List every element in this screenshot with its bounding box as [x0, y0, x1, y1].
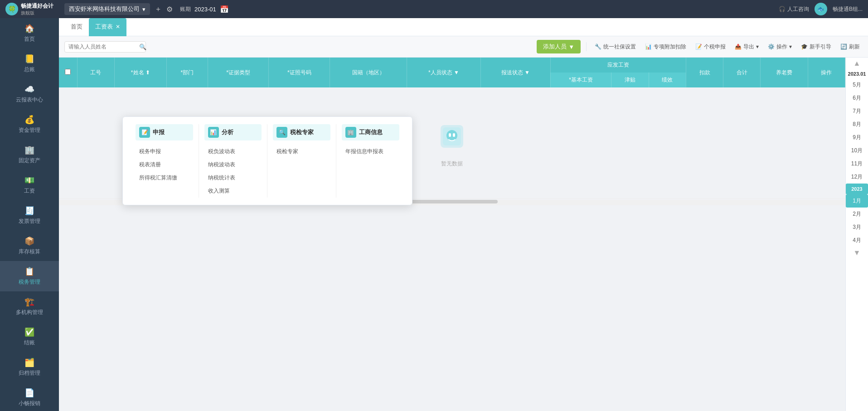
dropdown-col-header-declaration: 📝 申报 — [136, 124, 193, 140]
archive-icon: 🗂️ — [24, 358, 34, 367]
sidebar: 🏠 首页 📒 总账 ☁️ 云报表中心 💰 资金管理 🏢 固定资产 💵 工资 — [0, 18, 59, 411]
sidebar-item-salary[interactable]: 💵 工资 — [0, 170, 59, 200]
sidebar-item-home[interactable]: 🏠 首页 — [0, 18, 59, 48]
tab-salary-table[interactable]: 工资表 ✕ — [89, 18, 126, 36]
cal-month-4[interactable]: 4月 — [846, 234, 868, 247]
cal-month-3[interactable]: 3月 — [846, 221, 868, 234]
settings-icon-btn[interactable]: ⚙ — [166, 5, 173, 14]
dropdown-item-tax-burden[interactable]: 税负波动表 — [204, 145, 262, 158]
cloud-icon: ☁️ — [24, 84, 34, 94]
guide-btn[interactable]: 🎓 新手引导 — [798, 41, 834, 53]
social-security-btn[interactable]: 🔧 统一社保设置 — [592, 41, 639, 53]
personal-tax-btn[interactable]: 📝 个税申报 — [693, 41, 728, 53]
th-payroll-group: 应发工资 — [550, 58, 686, 73]
add-person-button[interactable]: 添加人员 ▼ — [537, 40, 581, 53]
sidebar-item-inventory[interactable]: 📦 库存核算 — [0, 231, 59, 261]
cal-month-5[interactable]: 5月 — [846, 78, 868, 92]
declaration-col-icon: 📝 — [139, 127, 150, 138]
cal-arrow-down[interactable]: ▼ — [852, 247, 863, 259]
sidebar-item-invoice[interactable]: 🧾 发票管理 — [0, 200, 59, 231]
sidebar-label-cloud-report: 云报表中心 — [16, 96, 43, 104]
special-deduct-btn[interactable]: 📊 专项附加扣除 — [642, 41, 689, 53]
sidebar-item-fund[interactable]: 💰 资金管理 — [0, 109, 59, 140]
guide-label: 新手引导 — [810, 43, 831, 51]
dropdown-item-income-tax-calc[interactable]: 所得税汇算清缴 — [136, 171, 193, 184]
dropdown-item-tax-payment[interactable]: 纳税波动表 — [204, 158, 262, 171]
cal-month-10[interactable]: 10月 — [846, 144, 868, 157]
dropdown-item-tax-form-clear[interactable]: 税表清册 — [136, 158, 193, 171]
th-checkbox[interactable] — [59, 58, 77, 87]
declaration-title: 申报 — [153, 128, 165, 136]
sidebar-item-cloud-report[interactable]: ☁️ 云报表中心 — [0, 79, 59, 109]
sidebar-item-tax[interactable]: 📋 税务管理 — [0, 261, 59, 291]
operations-btn[interactable]: ⚙️ 操作 ▾ — [765, 41, 795, 53]
calendar-icon-btn[interactable]: 📅 — [220, 5, 229, 14]
company-selector[interactable]: 西安虾米网络科技有限公司 ▾ — [64, 3, 150, 15]
th-allowance: 津贴 — [611, 73, 649, 87]
tax-expert-title: 税检专家 — [290, 128, 314, 136]
dropdown-item-annual-report[interactable]: 年报信息申报表 — [342, 145, 400, 158]
dropdown-item-tax-stat[interactable]: 纳税统计表 — [204, 171, 262, 184]
sidebar-item-multi-org[interactable]: 🏗️ 多机构管理 — [0, 291, 59, 322]
personal-tax-icon: 📝 — [695, 44, 702, 50]
sidebar-item-archive[interactable]: 🗂️ 归档管理 — [0, 352, 59, 382]
search-input[interactable] — [68, 44, 136, 50]
add-icon-btn[interactable]: ＋ — [155, 5, 162, 14]
select-all-checkbox[interactable] — [65, 69, 71, 75]
cal-year-2023-top: 2023.01 — [847, 69, 867, 78]
sidebar-item-fixed-assets[interactable]: 🏢 固定资产 — [0, 140, 59, 170]
period-area: 账期 2023-01 📅 — [180, 5, 229, 14]
sidebar-item-ledger[interactable]: 📒 总账 — [0, 48, 59, 79]
dropdown-col-header-business: 🏢 工商信息 — [342, 124, 400, 140]
th-base-salary: *基本工资 — [550, 73, 611, 87]
table-cal-wrapper: 工号 *姓名 ⬆ *部门 *证据类型 *证照号码 国籍（地区） *人员状态 ▼ … — [59, 58, 868, 411]
cal-month-2[interactable]: 2月 — [846, 208, 868, 221]
th-id-number: *证照号码 — [269, 58, 330, 87]
table-container[interactable]: 工号 *姓名 ⬆ *部门 *证据类型 *证照号码 国籍（地区） *人员状态 ▼ … — [59, 58, 845, 411]
cal-month-6[interactable]: 6月 — [846, 92, 868, 105]
personal-tax-label: 个税申报 — [704, 43, 726, 51]
refresh-icon: 🔄 — [840, 44, 847, 50]
header-icons: ＋ ⚙ — [155, 5, 173, 14]
refresh-btn[interactable]: 🔄 刷新 — [838, 41, 863, 53]
social-security-icon: 🔧 — [595, 44, 601, 50]
cal-month-12[interactable]: 12月 — [846, 170, 868, 184]
cal-month-11[interactable]: 11月 — [846, 157, 868, 170]
user-service-label: 人工咨询 — [787, 5, 809, 13]
user-service-btn[interactable]: 🎧 人工咨询 — [779, 5, 809, 13]
cal-month-8[interactable]: 8月 — [846, 118, 868, 131]
refresh-label: 刷新 — [849, 43, 860, 51]
th-id-type: *证据类型 — [208, 58, 269, 87]
th-department: *部门 — [166, 58, 208, 87]
logo-area: 🍀 畅捷通好会计 旗舰版 — [5, 2, 64, 16]
period-value: 2023-01 — [194, 6, 216, 13]
cal-month-1[interactable]: 1月 — [846, 194, 868, 208]
cal-arrow-up[interactable]: ▲ — [852, 58, 863, 69]
th-deduct: 扣款 — [686, 58, 723, 87]
dropdown-item-income-forecast[interactable]: 收入测算 — [204, 184, 262, 198]
report-icon: 📄 — [24, 388, 34, 398]
special-deduct-icon: 📊 — [645, 44, 652, 50]
export-btn[interactable]: 📤 导出 ▾ — [732, 41, 761, 53]
tab-home[interactable]: 首页 — [64, 18, 89, 36]
export-label: 导出 — [743, 43, 754, 51]
empty-text: 暂无数据 — [441, 160, 463, 168]
dropdown-col-tax-expert: 🔍 税检专家 税检专家 — [267, 124, 336, 198]
dropdown-item-tax-declaration[interactable]: 税务申报 — [136, 145, 193, 158]
salary-icon: 💵 — [24, 175, 34, 185]
building-icon: 🏢 — [24, 145, 34, 155]
dropdown-item-tax-expert[interactable]: 税检专家 — [273, 145, 330, 158]
dropdown-col-business-info: 🏢 工商信息 年报信息申报表 — [336, 124, 405, 198]
sidebar-item-closing[interactable]: ✅ 结账 — [0, 322, 59, 352]
cal-month-7[interactable]: 7月 — [846, 105, 868, 118]
operations-label: 操作 — [776, 43, 787, 51]
cal-month-9[interactable]: 9月 — [846, 131, 868, 144]
home-icon: 🏠 — [24, 24, 34, 34]
search-icon: 🔍 — [139, 44, 146, 50]
sidebar-item-report[interactable]: 📄 小畅报销 — [0, 382, 59, 411]
th-status: *人员状态 ▼ — [407, 58, 481, 87]
period-label: 账期 — [180, 5, 191, 13]
dropdown-grid: 📝 申报 税务申报 税表清册 所得税汇算清缴 📊 — [130, 124, 405, 198]
headset-icon: 🎧 — [779, 6, 786, 12]
tab-close-icon[interactable]: ✕ — [116, 24, 120, 30]
